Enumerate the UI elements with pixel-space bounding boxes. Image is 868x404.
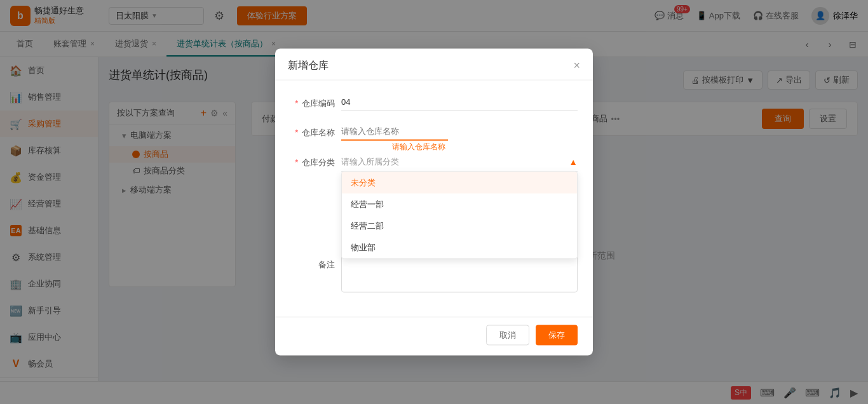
code-label: * 仓库编码 bbox=[290, 93, 341, 109]
dropdown-item-dept1[interactable]: 经营一部 bbox=[342, 194, 577, 215]
dialog-title: 新增仓库 bbox=[288, 59, 329, 72]
note-label: 备注 bbox=[290, 255, 341, 271]
name-input[interactable] bbox=[341, 123, 448, 141]
category-label: * 仓库分类 bbox=[290, 152, 341, 168]
category-dropdown-list: 未分类 经营一部 经营二部 物业部 bbox=[341, 172, 578, 259]
dialog-body: * 仓库编码 * 仓库名称 请输入仓库名称 * 仓库分类 请输入所属分类 bbox=[275, 81, 593, 317]
dropdown-item-dept2[interactable]: 经营二部 bbox=[342, 215, 577, 237]
name-input-wrap: 请输入仓库名称 bbox=[341, 123, 578, 141]
note-row: 备注 bbox=[290, 255, 578, 293]
category-row: * 仓库分类 请输入所属分类 ▲ 未分类 经营一部 经营二部 物业部 bbox=[290, 152, 578, 172]
code-required: * bbox=[295, 98, 298, 108]
dialog-close-button[interactable]: × bbox=[573, 59, 580, 72]
add-warehouse-dialog: 新增仓库 × * 仓库编码 * 仓库名称 请输入仓库名称 * bbox=[275, 49, 593, 356]
dialog-footer: 取消 保存 bbox=[275, 317, 593, 356]
dialog-header: 新增仓库 × bbox=[275, 49, 593, 81]
chevron-up-icon: ▲ bbox=[569, 157, 578, 167]
save-button[interactable]: 保存 bbox=[536, 325, 578, 346]
category-dropdown[interactable]: 请输入所属分类 ▲ bbox=[341, 152, 578, 172]
name-required: * bbox=[295, 128, 298, 137]
dropdown-item-none[interactable]: 未分类 bbox=[342, 172, 577, 194]
cancel-button[interactable]: 取消 bbox=[486, 325, 529, 346]
dropdown-item-dept3[interactable]: 物业部 bbox=[342, 237, 577, 259]
code-input[interactable] bbox=[341, 93, 578, 111]
note-input[interactable] bbox=[341, 255, 578, 293]
name-label: * 仓库名称 bbox=[290, 123, 341, 138]
code-row: * 仓库编码 bbox=[290, 93, 578, 111]
category-required: * bbox=[295, 158, 298, 167]
category-placeholder: 请输入所属分类 bbox=[341, 156, 399, 168]
name-row: * 仓库名称 请输入仓库名称 bbox=[290, 123, 578, 141]
name-error-message: 请输入仓库名称 bbox=[392, 142, 445, 152]
